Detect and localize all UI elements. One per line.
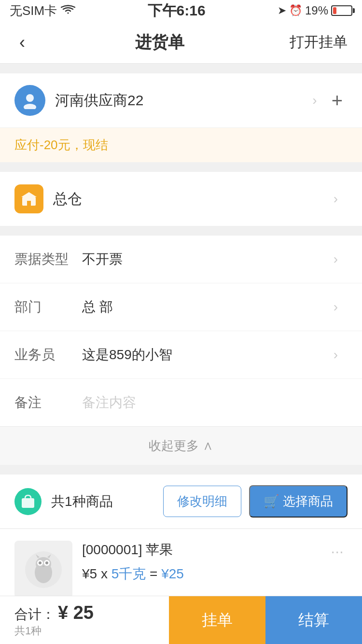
- battery-percent: 19%: [305, 4, 328, 17]
- location-icon: ➤: [278, 4, 286, 17]
- total-count: 共1种: [14, 624, 154, 638]
- svg-point-11: [39, 561, 42, 564]
- select-product-button[interactable]: 🛒 选择商品: [249, 485, 348, 518]
- svg-point-0: [26, 94, 34, 102]
- total-section: 合计： ¥ 25 共1种: [0, 602, 169, 638]
- svg-rect-4: [27, 201, 31, 206]
- department-value: 总 部: [82, 298, 334, 316]
- svg-point-1: [24, 104, 36, 109]
- product-subtotal: ¥25: [161, 566, 184, 581]
- department-row[interactable]: 部门 总 部 ›: [0, 283, 362, 331]
- warehouse-icon: [14, 184, 43, 213]
- collapse-row[interactable]: 收起更多 ∧: [0, 426, 362, 465]
- product-name: [0000001] 苹果: [82, 541, 327, 559]
- product-count-icon: [14, 488, 42, 515]
- nav-bar: ‹ 进货单 打开挂单: [0, 21, 362, 64]
- product-header: 共1种商品 修改明细 🛒 选择商品: [0, 475, 362, 529]
- wifi-icon: [61, 3, 75, 18]
- salesperson-value: 这是859的小智: [82, 346, 334, 364]
- back-button[interactable]: ‹: [14, 28, 30, 57]
- invoice-type-value: 不开票: [82, 250, 334, 268]
- svg-marker-3: [21, 192, 37, 197]
- warehouse-name: 总仓: [53, 189, 334, 209]
- invoice-type-row[interactable]: 票据类型 不开票 ›: [0, 236, 362, 283]
- edit-detail-button[interactable]: 修改明细: [163, 486, 241, 517]
- bottom-bar: 合计： ¥ 25 共1种 挂单 结算: [0, 596, 362, 644]
- product-info: [0000001] 苹果 ¥5 x 5千克 = ¥25: [82, 541, 327, 583]
- select-product-icon: 🛒: [264, 494, 279, 509]
- alarm-icon: ⏰: [289, 4, 302, 17]
- select-product-label: 选择商品: [283, 493, 333, 510]
- total-label-text: 合计：: [14, 605, 55, 624]
- remark-input[interactable]: 备注内容: [82, 393, 348, 412]
- remark-row[interactable]: 备注 备注内容: [0, 379, 362, 426]
- supplier-chevron-icon: ›: [312, 93, 317, 108]
- collapse-text: 收起更多 ∧: [149, 437, 213, 454]
- product-code: [0000001]: [82, 542, 146, 557]
- supplier-section: 河南供应商22 › + 应付-20元，现结: [0, 73, 362, 162]
- department-label: 部门: [14, 298, 82, 316]
- page-title: 进货单: [135, 31, 184, 54]
- status-bar: 无SIM卡 下午6:16 ➤ ⏰ 19%: [0, 0, 362, 21]
- product-price-detail: ¥5 x 5千克 = ¥25: [82, 565, 327, 583]
- pending-button[interactable]: 挂单: [169, 596, 265, 644]
- carrier-text: 无SIM卡: [10, 2, 57, 19]
- warehouse-section: 总仓 ›: [0, 172, 362, 226]
- warehouse-row[interactable]: 总仓 ›: [0, 172, 362, 226]
- battery-icon: [331, 5, 352, 16]
- salesperson-label: 业务员: [14, 346, 82, 364]
- product-qty: 5千克: [111, 566, 146, 581]
- checkout-button[interactable]: 结算: [265, 596, 362, 644]
- warehouse-chevron-icon: ›: [334, 191, 338, 207]
- salesperson-chevron-icon: ›: [334, 347, 338, 363]
- product-more-button[interactable]: ···: [327, 541, 348, 562]
- invoice-type-chevron-icon: ›: [334, 252, 338, 267]
- fields-section: 票据类型 不开票 › 部门 总 部 › 业务员 这是859的小智 › 备注 备注…: [0, 236, 362, 426]
- total-amount: ¥ 25: [58, 602, 94, 623]
- product-title: 苹果: [146, 542, 173, 557]
- status-right: ➤ ⏰ 19%: [278, 4, 352, 17]
- status-carrier: 无SIM卡: [10, 2, 75, 19]
- supplier-name: 河南供应商22: [55, 91, 312, 111]
- svg-rect-5: [22, 498, 34, 508]
- status-time: 下午6:16: [148, 1, 206, 21]
- product-thumbnail: [14, 541, 72, 599]
- remark-label: 备注: [14, 393, 82, 412]
- supplier-row[interactable]: 河南供应商22 › +: [0, 73, 362, 128]
- salesperson-row[interactable]: 业务员 这是859的小智 ›: [0, 331, 362, 379]
- open-pending-button[interactable]: 打开挂单: [290, 32, 348, 52]
- add-supplier-button[interactable]: +: [327, 90, 348, 112]
- unit-price: ¥5 x: [82, 566, 111, 581]
- supplier-note: 应付-20元，现结: [0, 128, 362, 162]
- department-chevron-icon: ›: [334, 299, 338, 315]
- total-label: 合计： ¥ 25: [14, 602, 154, 624]
- equals-sign: =: [150, 566, 161, 581]
- product-count-text: 共1种商品: [51, 492, 163, 511]
- supplier-avatar: [14, 85, 45, 116]
- svg-point-12: [45, 561, 48, 564]
- invoice-type-label: 票据类型: [14, 250, 82, 268]
